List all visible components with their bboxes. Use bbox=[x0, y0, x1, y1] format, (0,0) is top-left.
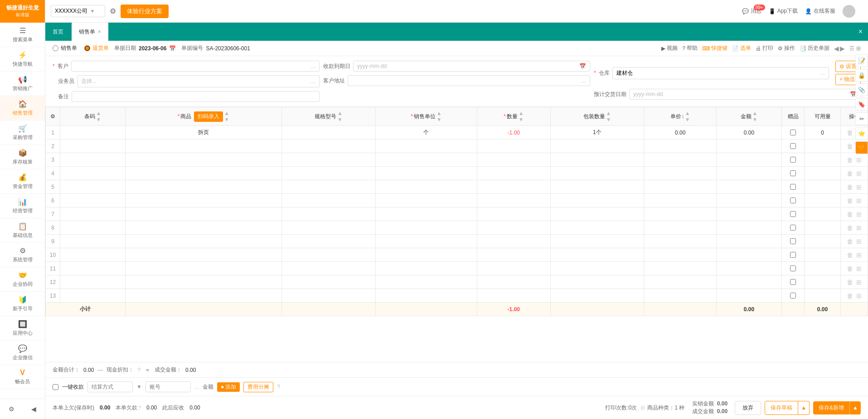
row-barcode[interactable] bbox=[60, 289, 126, 303]
row-qty[interactable] bbox=[477, 289, 550, 303]
row-pack-qty[interactable] bbox=[550, 262, 644, 275]
row-amount[interactable] bbox=[717, 235, 782, 248]
row-gift[interactable] bbox=[782, 207, 805, 221]
row-barcode[interactable] bbox=[60, 275, 126, 289]
row-amount[interactable] bbox=[717, 180, 782, 194]
row-amount[interactable] bbox=[717, 248, 782, 262]
copy-row-icon[interactable]: ⊞ bbox=[856, 170, 862, 177]
sidebar-item-finance[interactable]: 💰 资金管理 bbox=[0, 169, 45, 194]
row-amount[interactable] bbox=[717, 194, 782, 207]
row-amount[interactable]: 0.00 bbox=[717, 126, 782, 140]
row-unit[interactable] bbox=[375, 207, 477, 221]
row-gift[interactable] bbox=[782, 262, 805, 275]
gift-checkbox[interactable] bbox=[790, 293, 796, 299]
row-gift[interactable] bbox=[782, 167, 805, 180]
online-service-btn[interactable]: 👤 在线客服 bbox=[805, 7, 835, 15]
row-product[interactable]: 拆页 bbox=[125, 126, 281, 140]
row-barcode[interactable] bbox=[60, 248, 126, 262]
row-spec[interactable] bbox=[281, 235, 375, 248]
row-qty[interactable] bbox=[477, 194, 550, 207]
gift-checkbox[interactable] bbox=[790, 211, 796, 217]
company-selector[interactable]: XXXXXX公司 ▼ bbox=[51, 5, 105, 17]
row-amount[interactable] bbox=[717, 275, 782, 289]
row-spec[interactable] bbox=[281, 275, 375, 289]
sidebar-item-system[interactable]: ⚙ 系统管理 bbox=[0, 243, 45, 267]
row-product[interactable] bbox=[125, 235, 281, 248]
row-spec[interactable] bbox=[281, 167, 375, 180]
right-float-attach[interactable]: 📎 bbox=[855, 83, 868, 96]
row-product[interactable] bbox=[125, 289, 281, 303]
customer-dots[interactable]: ... bbox=[311, 63, 315, 69]
warehouse-field[interactable]: 建材仓 bbox=[616, 69, 820, 77]
row-qty[interactable] bbox=[477, 180, 550, 194]
sidebar-item-apps[interactable]: 🔲 应用中心 bbox=[0, 316, 45, 341]
add-payment-btn[interactable]: ● 添加 bbox=[217, 382, 240, 392]
save-new-arrow[interactable]: ▲ bbox=[849, 401, 861, 414]
sidebar-item-corp[interactable]: 🤝 企业协同 bbox=[0, 267, 45, 292]
feiyong-btn[interactable]: 费用分摊 bbox=[243, 382, 273, 392]
delete-row-icon[interactable]: 🗑 bbox=[847, 143, 853, 150]
row-product[interactable] bbox=[125, 140, 281, 153]
gift-checkbox[interactable] bbox=[790, 157, 796, 163]
row-qty[interactable] bbox=[477, 262, 550, 275]
copy-row-icon[interactable]: ⊞ bbox=[856, 156, 862, 164]
warehouse-dots[interactable]: ... bbox=[820, 70, 825, 76]
salesperson-dots[interactable]: ... bbox=[311, 78, 315, 85]
row-pack-qty[interactable] bbox=[550, 140, 644, 153]
row-unit-price[interactable] bbox=[644, 248, 717, 262]
row-unit[interactable] bbox=[375, 262, 477, 275]
row-amount[interactable] bbox=[717, 153, 782, 167]
gift-checkbox[interactable] bbox=[790, 143, 796, 149]
delete-row-icon[interactable]: 🗑 bbox=[847, 170, 853, 177]
row-unit-price[interactable]: 0.00 bbox=[644, 126, 717, 140]
row-gift[interactable] bbox=[782, 275, 805, 289]
help-discount-icon[interactable]: ? bbox=[137, 367, 141, 373]
close-all-tabs-btn[interactable]: × bbox=[858, 28, 863, 36]
row-gift[interactable] bbox=[782, 248, 805, 262]
list-view-btn[interactable]: ☰ bbox=[849, 45, 854, 52]
addr-dots[interactable]: ... bbox=[582, 77, 586, 84]
delete-row-icon[interactable]: 🗑 bbox=[847, 183, 853, 191]
row-barcode[interactable] bbox=[60, 262, 126, 275]
row-spec[interactable] bbox=[281, 140, 375, 153]
row-gift[interactable] bbox=[782, 194, 805, 207]
row-unit[interactable]: 个 bbox=[375, 126, 477, 140]
row-unit[interactable] bbox=[375, 180, 477, 194]
radio-sales-bill[interactable]: 销售单 bbox=[53, 44, 77, 52]
sidebar-item-wechat[interactable]: 💬 企业微信 bbox=[0, 341, 45, 365]
row-qty[interactable]: -1.00 bbox=[477, 126, 550, 140]
save-new-btn[interactable]: 保存&新增 bbox=[813, 401, 849, 414]
row-barcode[interactable] bbox=[60, 167, 126, 180]
row-pack-qty[interactable] bbox=[550, 235, 644, 248]
row-unit[interactable] bbox=[375, 275, 477, 289]
save-draft-arrow[interactable]: ▲ bbox=[798, 401, 810, 415]
shortcut-btn[interactable]: ⌨ 快捷键 bbox=[702, 44, 727, 52]
row-gift[interactable] bbox=[782, 235, 805, 248]
row-qty[interactable] bbox=[477, 248, 550, 262]
row-qty[interactable] bbox=[477, 153, 550, 167]
row-pack-qty[interactable]: 1个 bbox=[550, 126, 644, 140]
row-barcode[interactable] bbox=[60, 126, 126, 140]
copy-row-icon[interactable]: ⊞ bbox=[856, 292, 862, 299]
sidebar-settings-btn[interactable]: ⚙ bbox=[7, 403, 16, 415]
row-unit-price[interactable] bbox=[644, 180, 717, 194]
row-spec[interactable] bbox=[281, 194, 375, 207]
gift-checkbox[interactable] bbox=[790, 252, 796, 258]
row-unit[interactable] bbox=[375, 153, 477, 167]
row-amount[interactable] bbox=[717, 207, 782, 221]
row-barcode[interactable] bbox=[60, 153, 126, 167]
row-spec[interactable] bbox=[281, 289, 375, 303]
row-unit[interactable] bbox=[375, 140, 477, 153]
row-barcode[interactable] bbox=[60, 207, 126, 221]
grid-view-btn[interactable]: ⊞ bbox=[856, 45, 861, 52]
row-qty[interactable] bbox=[477, 275, 550, 289]
right-float-star[interactable]: ⭐ bbox=[855, 127, 868, 140]
copy-row-icon[interactable]: ⊞ bbox=[856, 224, 862, 231]
copy-row-icon[interactable]: ⊞ bbox=[856, 279, 862, 286]
row-unit[interactable] bbox=[375, 235, 477, 248]
help-btn[interactable]: ? 帮助 bbox=[682, 44, 698, 52]
payment-help-icon[interactable]: ? bbox=[277, 384, 280, 390]
trial-btn[interactable]: 体验行业方案 bbox=[121, 5, 169, 18]
message-btn[interactable]: 💬 消息 99+ bbox=[742, 7, 761, 15]
row-unit-price[interactable] bbox=[644, 275, 717, 289]
